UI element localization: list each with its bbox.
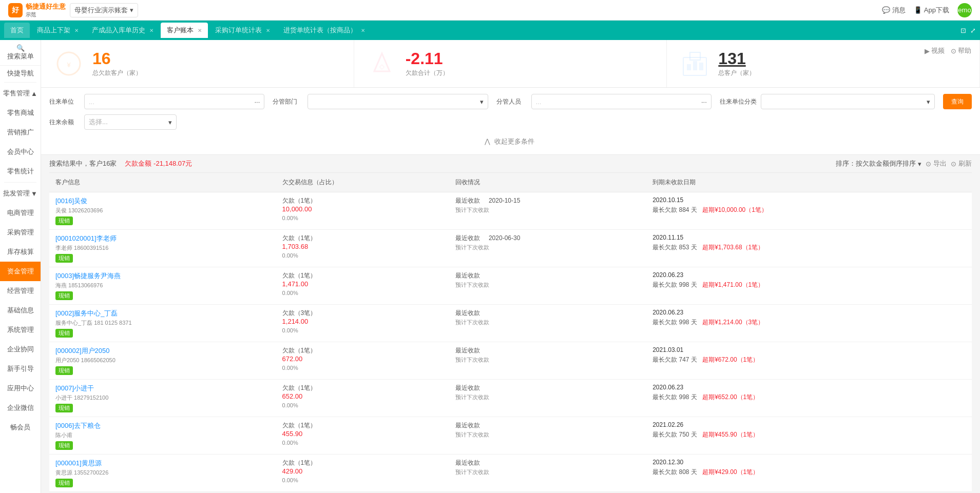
overdue-link[interactable]: 超期¥1,703.68（1笔） xyxy=(702,244,764,251)
filter-balance: 往来余额 选择... ▾ xyxy=(49,114,972,130)
sidebar-item-retail-mall[interactable]: 零售商城 xyxy=(0,103,41,123)
close-icon[interactable]: ✕ xyxy=(266,28,270,33)
overdue-link[interactable]: 超期¥652.00（1笔） xyxy=(702,393,759,401)
sidebar-item-marketing[interactable]: 营销推广 xyxy=(0,123,41,142)
latest-collect-label: 最近收款 2020-06-30 xyxy=(455,234,640,243)
stats-row: ¥ 16 总欠款客户（家） ◇ -2.11 欠款合计（万） xyxy=(41,40,980,88)
debt-amount[interactable]: 1,214.00 xyxy=(282,318,444,325)
company-selector[interactable]: 母婴行业演示账套 ▾ xyxy=(70,3,138,17)
customer-name-link[interactable]: [0016]吴俊 xyxy=(55,196,270,206)
cell-customer: [0001020001]李老师 李老师 18600391516 现销 xyxy=(49,230,276,267)
debt-amount[interactable]: 1,471.00 xyxy=(282,280,444,288)
tab-home[interactable]: 首页 xyxy=(4,23,30,38)
overdue-link[interactable]: 超期¥1,471.00（1笔） xyxy=(702,281,764,288)
avatar[interactable]: demo2 xyxy=(957,3,972,17)
filter-person: 分管人员 ... ··· xyxy=(496,94,712,109)
category-select[interactable]: ▾ xyxy=(761,94,935,109)
tab-history[interactable]: 产成品入库单历史 ✕ xyxy=(86,23,160,38)
close-icon[interactable]: ✕ xyxy=(74,28,79,33)
sidebar-item-inventory[interactable]: 库存核算 xyxy=(0,242,41,262)
app-download-button[interactable]: 📱 App下载 xyxy=(914,6,949,15)
close-icon[interactable]: ✕ xyxy=(149,28,153,33)
stat-card-total-debt: ◇ -2.11 欠款合计（万） xyxy=(354,40,667,87)
tab-stock[interactable]: 进货单统计表（按商品） ✕ xyxy=(277,23,371,38)
overdue-link[interactable]: 超期¥10,000.00（1笔） xyxy=(702,206,767,213)
tab-purchase-label: 采购订单统计表 xyxy=(215,26,262,35)
balance-select[interactable]: 选择... ▾ xyxy=(84,114,177,130)
sidebar-search[interactable]: 🔍 搜索菜单 xyxy=(0,40,41,66)
topbar-right: 💬 消息 📱 App下载 demo2 xyxy=(882,3,972,17)
help-button[interactable]: ⊙ 帮助 xyxy=(951,46,971,55)
overdue-link[interactable]: 超期¥455.90（1笔） xyxy=(702,431,759,438)
sidebar-nav-item[interactable]: 快捷导航 xyxy=(0,66,41,81)
overdue-days: 最长欠款 808 天 xyxy=(652,468,700,476)
debt-amount[interactable]: 429.00 xyxy=(282,467,444,475)
customer-name-link[interactable]: [0006]去下粮仓 xyxy=(55,421,270,430)
overdue-link[interactable]: 超期¥672.00（1笔） xyxy=(702,356,759,363)
sidebar-item-wechat[interactable]: 企业微信 xyxy=(0,398,41,418)
cell-customer: [0016]吴俊 吴俊 13026203696 现销 xyxy=(49,192,276,230)
total-debt-label: 欠款合计（万） xyxy=(406,69,449,77)
sidebar-item-retail-stats[interactable]: 零售统计 xyxy=(0,162,41,181)
sidebar-item-retail[interactable]: 零售管理 ▲ xyxy=(0,84,41,103)
sidebar-item-corp[interactable]: 企业协同 xyxy=(0,340,41,359)
debt-amount[interactable]: 455.90 xyxy=(282,430,444,438)
sidebar-item-basic[interactable]: 基础信息 xyxy=(0,301,41,320)
customer-contact: 海燕 18513066976 xyxy=(55,282,270,289)
customer-name-link[interactable]: [000002]用户2050 xyxy=(55,346,270,356)
customer-name-link[interactable]: [0002]服务中心_丁磊 xyxy=(55,309,270,318)
video-button[interactable]: ▶ 视频 xyxy=(925,46,945,55)
sidebar-item-vip[interactable]: 畅会员 xyxy=(0,418,41,437)
debt-amount[interactable]: 672.00 xyxy=(282,355,444,363)
table-row: [000002]用户2050 用户2050 18665062050 现销 欠款（… xyxy=(49,342,972,380)
message-button[interactable]: 💬 消息 xyxy=(882,6,906,15)
next-collect-label: 预计下次收款 xyxy=(455,319,640,326)
sort-label: 排序：按欠款金额倒序排序 xyxy=(836,159,916,168)
due-date: 2020.12.30 xyxy=(652,459,966,466)
sidebar-item-operation[interactable]: 经营管理 xyxy=(0,281,41,301)
overdue-link[interactable]: 超期¥429.00（1笔） xyxy=(702,468,759,476)
next-collect-label: 预计下次收款 xyxy=(455,431,640,439)
maximize-icon[interactable]: ⤢ xyxy=(970,27,976,34)
debt-amount[interactable]: 10,000.00 xyxy=(282,205,444,213)
customer-name-link[interactable]: [0001020001]李老师 xyxy=(55,234,270,243)
chevron-icon: ▼ xyxy=(31,190,37,198)
tab-product[interactable]: 商品上下架 ✕ xyxy=(31,23,85,38)
customer-name-link[interactable]: [0007]小进干 xyxy=(55,384,270,393)
sidebar-item-finance[interactable]: 资金管理 xyxy=(0,262,41,281)
debt-count: 欠款（1笔） xyxy=(282,459,444,467)
close-icon[interactable]: ✕ xyxy=(198,28,202,33)
cell-debt: 欠款（1笔） 1,471.00 0.00% xyxy=(276,267,450,305)
customer-name-link[interactable]: [000001]黄思源 xyxy=(55,459,270,468)
result-count: 搜索结果中，客户16家 xyxy=(49,159,117,168)
supplier-input[interactable]: ... ··· xyxy=(84,94,264,109)
refresh-button[interactable]: ⊙ 刷新 xyxy=(951,159,972,168)
sidebar-item-purchase[interactable]: 采购管理 xyxy=(0,223,41,242)
tab-purchase[interactable]: 采购订单统计表 ✕ xyxy=(209,23,276,38)
export-button[interactable]: ⊙ 导出 xyxy=(926,159,947,168)
collapse-icon: ⋀ xyxy=(485,137,490,145)
debt-amount[interactable]: 652.00 xyxy=(282,392,444,400)
close-icon[interactable]: ✕ xyxy=(361,28,365,33)
debt-count: 欠款（1笔） xyxy=(282,421,444,430)
debt-customers-number: 16 xyxy=(92,50,142,67)
debt-amount[interactable]: 1,703.68 xyxy=(282,243,444,250)
sidebar-item-member[interactable]: 会员中心 xyxy=(0,142,41,162)
search-button[interactable]: 查询 xyxy=(943,94,972,109)
sidebar-item-system[interactable]: 系统管理 xyxy=(0,320,41,340)
tab-history-label: 产成品入库单历史 xyxy=(92,26,145,35)
nav-window-controls: ⊡ ⤢ xyxy=(960,27,976,34)
dept-select[interactable]: ▾ xyxy=(308,94,488,109)
sidebar-item-guide[interactable]: 新手引导 xyxy=(0,359,41,379)
sidebar-item-ecommerce[interactable]: 电商管理 xyxy=(0,203,41,223)
restore-icon[interactable]: ⊡ xyxy=(960,27,966,34)
person-input[interactable]: ... ··· xyxy=(531,94,712,109)
tab-account[interactable]: 客户账本 ✕ xyxy=(161,23,208,38)
sidebar-item-wholesale[interactable]: 批发管理 ▼ xyxy=(0,184,41,203)
overdue-link[interactable]: 超期¥1,214.00（3笔） xyxy=(702,319,764,326)
collapse-row[interactable]: ⋀ 收起更多条件 xyxy=(49,135,972,148)
logo-icon: 好 xyxy=(8,3,23,17)
sort-selector[interactable]: 排序：按欠款金额倒序排序 ▾ xyxy=(836,159,921,168)
sidebar-item-apps[interactable]: 应用中心 xyxy=(0,379,41,398)
customer-name-link[interactable]: [0003]畅捷服务尹海燕 xyxy=(55,271,270,281)
